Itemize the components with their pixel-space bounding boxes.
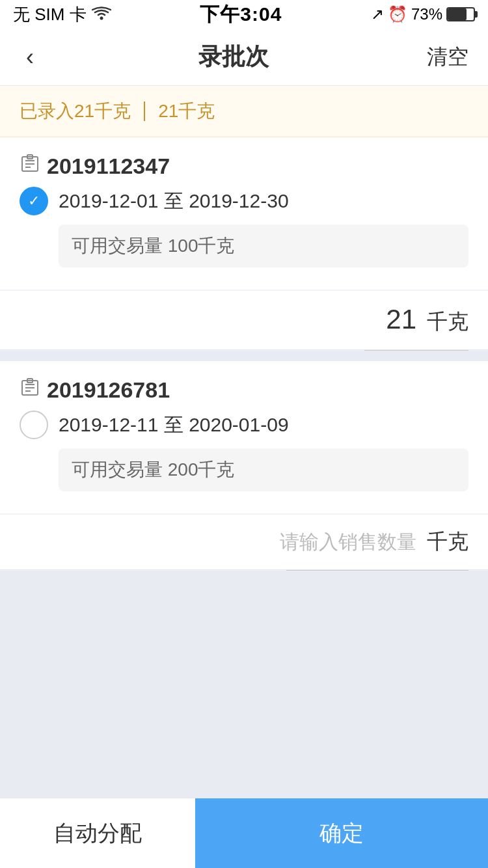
empty-area [0,571,488,831]
batch-1-id: 2019112347 [47,154,170,179]
info-banner: 已录入21千克 21千克 [0,86,488,137]
batch-1-date: 2019-12-01 至 2019-12-30 [59,188,289,215]
location-icon: ↗ [371,5,384,23]
amount-unit: 千克 [427,308,468,336]
amount-number: 21 [386,304,416,335]
batch-2-qty-text: 可用交易量 200千克 [72,459,235,480]
batch-2-header: 2019126781 [20,377,468,403]
page-title: 录批次 [198,41,269,73]
recorded-amount-label: 已录入21千克 [20,99,131,124]
batch-card-1: 2019112347 ✓ 2019-12-01 至 2019-12-30 可用交… [0,137,488,290]
qty-input-placeholder: 请输入销售数量 [280,529,416,556]
amount-value: 21千克 [158,99,215,124]
bottom-bar: 自动分配 确定 [0,798,488,868]
input-row: 请输入销售数量 千克 [0,515,488,570]
clear-button[interactable]: 清空 [427,43,468,72]
batch-2-date-row[interactable]: 2019-12-11 至 2020-01-09 [20,411,468,439]
batch-2-id: 2019126781 [47,377,170,403]
status-left: 无 SIM 卡 [13,3,111,26]
banner-divider [144,102,145,121]
batch-1-date-row[interactable]: ✓ 2019-12-01 至 2019-12-30 [20,187,468,215]
auto-distribute-button[interactable]: 自动分配 [0,798,195,868]
nav-bar: ‹ 录批次 清空 [0,29,488,86]
alarm-icon: ⏰ [388,5,407,23]
battery-percent: 73% [411,5,442,23]
confirm-button[interactable]: 确定 [195,798,488,868]
batch-card-2: 2019126781 2019-12-11 至 2020-01-09 可用交易量… [0,361,488,513]
section-divider [0,351,488,361]
batch-2-radio[interactable] [20,411,48,439]
input-unit: 千克 [427,528,468,556]
batch-1-radio[interactable]: ✓ [20,187,48,215]
status-time: 下午3:04 [200,1,282,28]
status-right: ↗ ⏰ 73% [371,5,475,23]
batch-1-qty-box: 可用交易量 100千克 [59,224,468,267]
check-icon: ✓ [28,193,40,210]
batch-2-date: 2019-12-11 至 2020-01-09 [59,412,289,439]
amount-row: 21 千克 [0,291,488,350]
batch-1-header: 2019112347 [20,153,468,179]
batch-2-qty-box: 可用交易量 200千克 [59,448,468,491]
batch-1-qty-text: 可用交易量 100千克 [72,236,235,256]
batch-2-icon [20,377,40,403]
back-button[interactable]: ‹ [20,37,40,77]
sim-text: 无 SIM 卡 [13,3,87,26]
battery-icon [446,7,475,21]
wifi-icon [92,5,111,25]
batch-1-icon [20,153,40,179]
status-bar: 无 SIM 卡 下午3:04 ↗ ⏰ 73% [0,0,488,29]
svg-point-0 [100,16,103,20]
